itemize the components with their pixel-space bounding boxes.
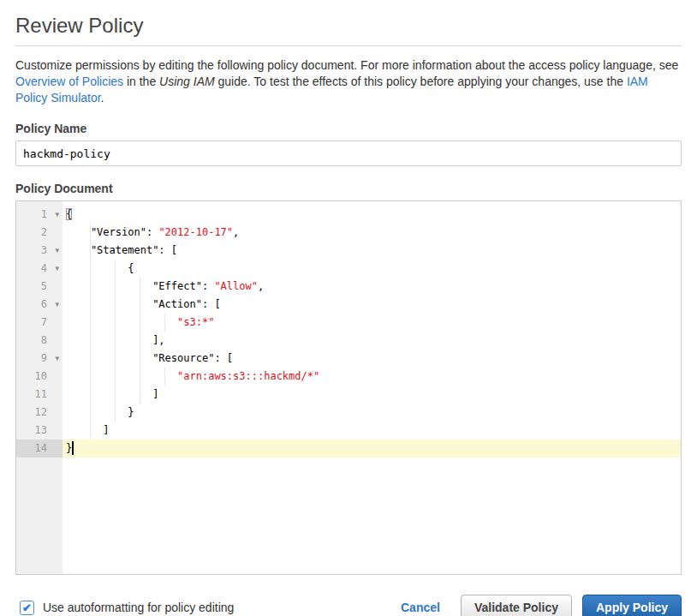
code-line[interactable]: "Statement": [	[63, 242, 681, 260]
page-title: Review Policy	[15, 14, 682, 46]
code-token: {	[128, 262, 134, 274]
indent-guides	[66, 314, 177, 332]
using-iam-italic: Using IAM	[159, 75, 215, 88]
code-token: "Resource": [	[152, 352, 233, 364]
code-line[interactable]: "arn:aws:s3:::hackmd/*"	[63, 368, 681, 386]
string-token: "2012-10-17"	[158, 226, 233, 238]
fold-arrow-icon[interactable]: ▾	[55, 350, 59, 367]
gutter-line-number: 2	[16, 224, 63, 242]
gutter-line-number: 9▾	[16, 350, 63, 368]
code-line[interactable]: "Effect": "Allow",	[63, 278, 681, 296]
gutter-line-number: 13	[16, 422, 63, 440]
code-token: ]	[103, 424, 109, 436]
code-token: ,	[258, 280, 264, 292]
fold-arrow-icon[interactable]: ▾	[55, 242, 59, 259]
indent-guides	[66, 332, 152, 350]
gutter-line-number: 8	[16, 332, 63, 350]
gutter-line-number: 4▾	[16, 260, 63, 278]
code-line[interactable]: {	[63, 206, 681, 224]
code-line[interactable]: {	[63, 260, 681, 278]
string-token: "Allow"	[214, 280, 258, 292]
code-token: "Effect":	[152, 280, 214, 292]
autoformat-label: Use autoformatting for policy editing	[43, 601, 234, 614]
string-token: "s3:*"	[177, 316, 214, 328]
gutter-line-number: 5	[16, 278, 63, 296]
indent-guides	[66, 278, 152, 296]
code-line[interactable]: }	[63, 404, 681, 422]
autoformat-option: ✔ Use autoformatting for policy editing	[15, 601, 401, 615]
intro-text-after: .	[101, 91, 104, 105]
gutter-line-number: 14	[16, 440, 63, 458]
indent-guides	[66, 422, 103, 440]
policy-document-label: Policy Document	[15, 182, 682, 195]
code-line[interactable]: ]	[63, 422, 681, 440]
text-cursor	[72, 441, 74, 455]
code-line[interactable]: }	[63, 440, 681, 458]
code-line[interactable]: "Action": [	[63, 296, 681, 314]
code-line[interactable]: "Resource": [	[63, 350, 681, 368]
code-token: ],	[152, 334, 164, 346]
code-token: }	[128, 406, 134, 418]
code-token: "Action": [	[152, 298, 220, 310]
indent-guides	[66, 404, 128, 422]
indent-guides	[66, 242, 91, 260]
string-token: "arn:aws:s3:::hackmd/*"	[177, 370, 319, 382]
validate-policy-button[interactable]: Validate Policy	[461, 595, 572, 616]
code-token: }	[66, 442, 72, 454]
check-icon: ✔	[22, 601, 32, 614]
fold-arrow-icon[interactable]: ▾	[55, 206, 59, 223]
fold-arrow-icon[interactable]: ▾	[55, 296, 59, 313]
editor-code[interactable]: {"Version": "2012-10-17","Statement": [{…	[63, 201, 681, 574]
indent-guides	[66, 368, 177, 386]
code-line[interactable]: ],	[63, 332, 681, 350]
indent-guides	[66, 296, 152, 314]
indent-guides	[66, 386, 152, 404]
policy-editor[interactable]: 1▾23▾4▾56▾789▾1011121314 {"Version": "20…	[15, 200, 682, 575]
gutter-line-number: 3▾	[16, 242, 63, 260]
code-line[interactable]: "Version": "2012-10-17",	[63, 224, 681, 242]
gutter-line-number: 6▾	[16, 296, 63, 314]
code-token: "Version":	[91, 226, 158, 238]
gutter-line-number: 10	[16, 368, 63, 386]
gutter-line-number: 7	[16, 314, 63, 332]
fold-arrow-icon[interactable]: ▾	[55, 260, 59, 277]
code-line[interactable]: ]	[63, 386, 681, 404]
indent-guides	[66, 260, 128, 278]
code-token: ]	[152, 388, 158, 400]
gutter-line-number: 1▾	[16, 206, 63, 224]
intro-text-mid2: guide. To test the effects of this polic…	[215, 75, 627, 88]
intro-text-before: Customize permissions by editing the fol…	[15, 58, 678, 72]
code-line[interactable]: "s3:*"	[63, 314, 681, 332]
intro-text: Customize permissions by editing the fol…	[15, 57, 682, 106]
cancel-link[interactable]: Cancel	[401, 601, 440, 614]
footer-bar: ✔ Use autoformatting for policy editing …	[15, 595, 682, 616]
autoformat-checkbox[interactable]: ✔	[20, 601, 34, 615]
editor-gutter: 1▾23▾4▾56▾789▾1011121314	[16, 201, 63, 574]
intro-text-mid1: in the	[123, 75, 159, 88]
apply-policy-button[interactable]: Apply Policy	[582, 595, 682, 616]
indent-guides	[66, 350, 152, 368]
review-policy-page: Review Policy Customize permissions by e…	[0, 14, 697, 616]
policy-name-input[interactable]	[15, 141, 682, 166]
gutter-line-number: 11	[16, 386, 63, 404]
overview-of-policies-link[interactable]: Overview of Policies	[15, 75, 123, 88]
indent-guides	[66, 224, 91, 242]
code-token: "Statement": [	[91, 244, 177, 256]
gutter-line-number: 12	[16, 404, 63, 422]
code-token: ,	[233, 226, 239, 238]
code-token: {	[66, 208, 72, 220]
policy-name-label: Policy Name	[15, 122, 682, 135]
